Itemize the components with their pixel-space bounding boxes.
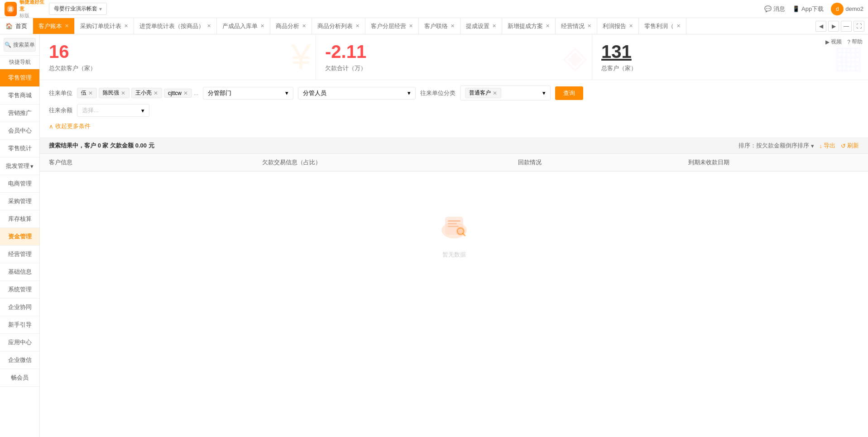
logo-icon: 通 <box>5 2 17 16</box>
tab-minimize-btn[interactable]: — <box>841 21 852 32</box>
tab-retail-profit-label: 零售利润（ <box>644 22 674 30</box>
tab-promotion-settings[interactable]: 提成设置 ✕ <box>460 18 502 34</box>
tab-prev-btn[interactable]: ◀ <box>815 21 826 32</box>
unit-tag-wu-close[interactable]: ✕ <box>88 90 93 96</box>
tab-next-btn[interactable]: ▶ <box>828 21 839 32</box>
tab-goods-analysis[interactable]: 商品分析 ✕ <box>270 18 312 34</box>
message-icon: 💬 <box>764 5 772 12</box>
sidebar-item-system[interactable]: 系统管理 <box>0 281 39 299</box>
tab-purchase-order-close[interactable]: ✕ <box>124 23 128 29</box>
tab-new-promotion[interactable]: 新增提成方案 ✕ <box>502 18 556 34</box>
sidebar-item-enterprise[interactable]: 企业协同 <box>0 299 39 316</box>
sidebar-item-purchase[interactable]: 采购管理 <box>0 193 39 210</box>
app-download-btn[interactable]: 📱 App下载 <box>792 5 824 13</box>
tab-customer-book-close[interactable]: ✕ <box>65 23 69 29</box>
stat-total-customers-label: 总客户（家） <box>601 64 637 72</box>
export-label: 导出 <box>824 142 835 150</box>
tab-controls: ◀ ▶ — ⛶ <box>812 21 868 32</box>
sidebar-item-ecommerce[interactable]: 电商管理 <box>0 175 39 193</box>
svg-rect-4 <box>448 220 460 222</box>
sidebar-search-btn[interactable]: 🔍 搜索菜单 <box>4 38 36 52</box>
org-selector[interactable]: 母婴行业演示帐套 ▾ <box>49 3 107 15</box>
balance-filter[interactable]: 选择... ▾ <box>77 104 149 117</box>
tab-product-in-label: 产成品入库单 <box>222 22 258 30</box>
unit-tag-cj: cjttcw ✕ <box>164 89 192 98</box>
category-filter[interactable]: 普通客户 ✕ ▾ <box>460 86 551 100</box>
sidebar-item-retail[interactable]: 零售管理 <box>0 69 39 87</box>
tab-goods-in-stats[interactable]: 进货单统计表（按商品） ✕ <box>134 18 217 34</box>
sidebar-item-basic-info[interactable]: 基础信息 <box>0 263 39 281</box>
tab-goods-analysis-list[interactable]: 商品分析列表 ✕ <box>312 18 365 34</box>
sidebar-item-retail-stats[interactable]: 零售统计 <box>0 140 39 157</box>
download-icon: 📱 <box>792 5 800 12</box>
sidebar-quick-nav[interactable]: 快捷导航 <box>0 56 39 69</box>
tab-customer-seg-close[interactable]: ✕ <box>409 23 413 29</box>
sidebar-item-new-guide[interactable]: 新手引导 <box>0 316 39 334</box>
sidebar-item-marketing[interactable]: 营销推广 <box>0 104 39 122</box>
unit-tag-more[interactable]: ... <box>194 90 198 96</box>
sidebar-item-operations[interactable]: 经营管理 <box>0 246 39 263</box>
tab-profit-report-close[interactable]: ✕ <box>629 23 633 29</box>
tab-goods-analysis-list-close[interactable]: ✕ <box>355 23 360 29</box>
stat-total-customers-value[interactable]: 131 <box>601 42 637 62</box>
category-tag-normal-label: 普通客户 <box>469 89 491 97</box>
help-link[interactable]: ? 帮助 <box>847 38 863 46</box>
top-right-stat-actions: ▶ 视频 ? 帮助 <box>825 38 863 46</box>
avatar: d <box>831 3 844 15</box>
refresh-button[interactable]: ↺ 刷新 <box>841 142 859 150</box>
tab-retail-profit-close[interactable]: ✕ <box>676 23 681 29</box>
sidebar-item-inventory[interactable]: 库存核算 <box>0 210 39 228</box>
dept-filter[interactable]: 分管部门 ▾ <box>203 87 293 100</box>
tab-purchase-order[interactable]: 采购订单统计表 ✕ <box>75 18 134 34</box>
empty-state: 暂无数据 <box>40 171 868 295</box>
person-dropdown-icon: ▾ <box>408 90 411 96</box>
tab-product-in-close[interactable]: ✕ <box>260 23 264 29</box>
tab-goods-in-stats-close[interactable]: ✕ <box>207 23 211 29</box>
unit-tag-wang-close[interactable]: ✕ <box>153 90 158 96</box>
unit-tag-chen-close[interactable]: ✕ <box>121 90 125 96</box>
tab-business-status-close[interactable]: ✕ <box>587 23 591 29</box>
sidebar-item-wholesale[interactable]: 批发管理 ▾ <box>0 157 39 175</box>
results-actions: 排序：按欠款金额倒序排序 ▾ ↓ 导出 ↺ 刷新 <box>739 142 859 150</box>
sidebar-item-finance[interactable]: 资金管理 <box>0 228 39 246</box>
table-header: 客户信息 欠款交易信息（占比） 回款情况 到期未收款日期 <box>40 154 868 171</box>
messages-btn[interactable]: 💬 消息 <box>764 5 785 13</box>
category-tag-normal-close[interactable]: ✕ <box>493 90 497 96</box>
unit-tag-cj-close[interactable]: ✕ <box>183 90 188 96</box>
stat-total-customers-content: 131 总客户（家） <box>601 42 637 72</box>
sidebar-item-retail-mall[interactable]: 零售商城 <box>0 87 39 104</box>
query-button[interactable]: 查询 <box>555 86 583 100</box>
results-debt-prefix: 欠款金额 <box>110 142 134 149</box>
collapse-button[interactable]: ∧ 收起更多条件 <box>49 122 859 130</box>
sidebar-item-basic-info-label: 基础信息 <box>8 268 32 275</box>
sidebar-item-enterprise-wechat[interactable]: 企业微信 <box>0 352 39 369</box>
svg-text:通: 通 <box>8 7 13 12</box>
tab-maximize-btn[interactable]: ⛶ <box>854 21 864 32</box>
user-area[interactable]: d demo2 <box>831 3 863 15</box>
tab-retail-profit[interactable]: 零售利润（ ✕ <box>639 18 686 34</box>
sort-button[interactable]: 排序：按欠款金额倒序排序 ▾ <box>739 142 814 150</box>
sidebar-item-app-center[interactable]: 应用中心 <box>0 334 39 352</box>
tab-customer-contact[interactable]: 客户联络 ✕ <box>419 18 460 34</box>
tab-profit-report[interactable]: 利润报告 ✕ <box>597 18 639 34</box>
sidebar-item-finance-label: 资金管理 <box>8 233 32 240</box>
tab-goods-analysis-close[interactable]: ✕ <box>302 23 306 29</box>
tab-product-in[interactable]: 产成品入库单 ✕ <box>217 18 270 34</box>
tab-promotion-settings-close[interactable]: ✕ <box>492 23 496 29</box>
sidebar-item-member-plus-label: 畅会员 <box>11 374 29 381</box>
sidebar-item-member[interactable]: 会员中心 <box>0 122 39 140</box>
tab-business-status[interactable]: 经营情况 ✕ <box>556 18 597 34</box>
tab-business-status-label: 经营情况 <box>561 22 585 30</box>
person-filter[interactable]: 分管人员 ▾ <box>298 87 416 100</box>
sidebar-search-label: 搜索菜单 <box>13 41 35 49</box>
tab-customer-seg[interactable]: 客户分层经营 ✕ <box>365 18 419 34</box>
collapse-row: ∧ 收起更多条件 <box>49 120 859 132</box>
tab-customer-book[interactable]: 客户账本 ✕ <box>33 18 75 34</box>
export-button[interactable]: ↓ 导出 <box>820 142 836 150</box>
sidebar-item-member-plus[interactable]: 畅会员 <box>0 369 39 387</box>
col-debt-info: 欠款交易信息（占比） <box>262 158 518 166</box>
video-link[interactable]: ▶ 视频 <box>825 38 842 46</box>
tab-customer-contact-close[interactable]: ✕ <box>451 23 455 29</box>
tab-home[interactable]: 🏠 首页 <box>0 18 33 34</box>
tab-new-promotion-close[interactable]: ✕ <box>546 23 550 29</box>
